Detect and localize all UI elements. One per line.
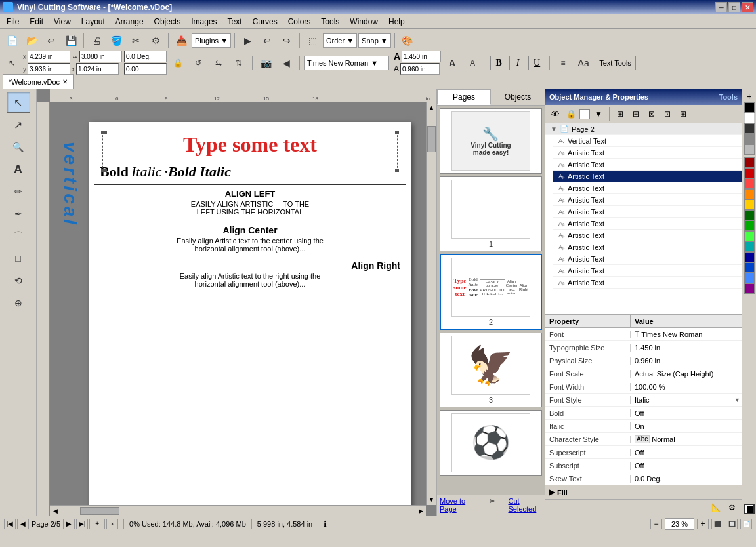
color-red[interactable]	[744, 168, 755, 178]
lock-button[interactable]: 🔒	[564, 108, 578, 121]
paint-bucket-button[interactable]: 🪣	[107, 32, 125, 49]
tree-item-artistic-7[interactable]: Aᵦ Artistic Text	[553, 218, 742, 230]
shape-tool-button[interactable]: □	[7, 248, 30, 269]
menu-item-help[interactable]: Help	[383, 16, 410, 28]
color-yellow[interactable]	[744, 199, 755, 210]
undo-button[interactable]: ↩	[258, 32, 276, 49]
save-button[interactable]: 💾	[62, 32, 80, 49]
tree-item-artistic-11[interactable]: Aᵦ Artistic Text	[553, 265, 742, 277]
menu-item-file[interactable]: File	[1, 16, 24, 28]
align-right-sub[interactable]: Easily align Artistic text to the right …	[89, 272, 411, 292]
cut-selected-button[interactable]: Cut Selected	[509, 497, 543, 513]
add-page-button[interactable]: +	[89, 519, 105, 529]
page-next-button[interactable]: ▶	[63, 519, 75, 529]
tree-item-artistic-5[interactable]: Aᵦ Artistic Text	[553, 194, 742, 206]
align-right-title[interactable]: Align Right	[89, 258, 411, 272]
move-to-page-button[interactable]: Move to Page	[440, 497, 476, 513]
scroll-track-v[interactable]	[427, 126, 436, 152]
grid-4-button[interactable]: ⊡	[660, 108, 675, 121]
print-button[interactable]: 🖨	[87, 32, 106, 49]
scroll-track-h[interactable]	[60, 506, 415, 516]
text-tools-button[interactable]: Text Tools	[595, 56, 636, 70]
text-tool-button[interactable]: A	[7, 159, 30, 180]
tree-item-artistic-4[interactable]: Aᵦ Artistic Text	[553, 182, 742, 194]
new-button[interactable]: 📄	[3, 32, 21, 49]
minimize-button[interactable]: ─	[715, 2, 727, 12]
select-all-button[interactable]: ⬚	[303, 32, 322, 49]
grid-1-button[interactable]: ⊞	[613, 108, 627, 121]
font-size1-input[interactable]	[402, 51, 441, 62]
prev-button[interactable]: ◀	[277, 54, 295, 71]
prop-row-superscript[interactable]: Superscript Off	[545, 446, 742, 459]
color-blue-light[interactable]	[744, 273, 755, 283]
page-thumbnail-1[interactable]: 1	[440, 176, 542, 251]
underline-button[interactable]: U	[528, 56, 545, 70]
lock-ratio-button[interactable]: 🔒	[169, 54, 187, 71]
color-blue[interactable]	[744, 262, 755, 273]
angle-input[interactable]	[124, 51, 167, 62]
italic-button[interactable]: I	[509, 56, 526, 70]
scroll-down-button[interactable]: ▼	[427, 495, 436, 505]
tree-item-vertical-text[interactable]: Aᵥ Vertical Text	[553, 135, 742, 147]
menu-item-images[interactable]: Images	[186, 16, 222, 28]
tree-page2[interactable]: ▼ 📄 Page 2	[545, 123, 742, 135]
scroll-thumb-v[interactable]	[427, 126, 436, 152]
cut-button[interactable]: ✂	[127, 32, 145, 49]
page-last-button[interactable]: ▶|	[76, 519, 88, 529]
play-button[interactable]: ▶	[238, 32, 257, 49]
page-first-button[interactable]: |◀	[4, 519, 16, 529]
pen-tool-button[interactable]: ✒	[7, 203, 30, 224]
spacing-button[interactable]: Aa	[574, 54, 593, 71]
menu-item-text[interactable]: Text	[222, 16, 247, 28]
prop-row-italic[interactable]: Italic On	[545, 420, 742, 433]
horizontal-scrollbar[interactable]: ◀ ▶	[50, 505, 426, 516]
zoom-out-button[interactable]: −	[650, 519, 662, 529]
select-tool-button[interactable]: ↖	[7, 92, 30, 113]
align-left-sub[interactable]: EASILY ALIGN ARTISTIC TO THELEFT USING T…	[89, 200, 411, 220]
scroll-left-button[interactable]: ◀	[50, 506, 60, 516]
plugins-dropdown[interactable]: Plugins ▼	[192, 33, 231, 48]
camera-button[interactable]: 📷	[257, 54, 275, 71]
bezier-tool-button[interactable]: ⌒	[7, 226, 30, 247]
flip-v-button[interactable]: ⇅	[230, 54, 248, 71]
snap-dropdown[interactable]: Snap ▼	[358, 33, 391, 48]
page-thumbnail-0[interactable]: 🔧 Vinyl Cuttingmade easy!	[440, 108, 542, 174]
document-tab[interactable]: *Welcome.vDoc ✕	[3, 74, 74, 89]
undo-history-button[interactable]: ↩	[42, 32, 60, 49]
grid-3-button[interactable]: ⊠	[644, 108, 659, 121]
color-green[interactable]	[744, 220, 755, 231]
color-button[interactable]: 🎨	[398, 32, 417, 49]
menu-item-objects[interactable]: Objects	[149, 16, 186, 28]
page-thumbnail-3[interactable]: 🦅 3	[440, 333, 542, 407]
prop-row-font-width[interactable]: Font Width 100.00 %	[545, 380, 742, 394]
fill-section[interactable]: ▶ Fill	[545, 485, 742, 499]
tab-objects[interactable]: Objects	[491, 89, 545, 105]
color-red-light[interactable]	[744, 178, 755, 189]
color-green-dark[interactable]	[744, 210, 755, 220]
vinyl-cut-button[interactable]: ⚙	[146, 32, 165, 49]
align-left-title[interactable]: ALIGN LEFT	[89, 185, 411, 200]
tool-arrow-sm[interactable]: ↖	[3, 54, 21, 71]
close-button[interactable]: ✕	[742, 2, 753, 12]
tree-item-artistic-9[interactable]: Aᵦ Artistic Text	[553, 241, 742, 253]
prop-row-font-scale[interactable]: Font Scale Actual Size (Cap Height)	[545, 367, 742, 380]
y-input[interactable]	[28, 63, 70, 75]
menu-item-view[interactable]: View	[49, 16, 76, 28]
vertical-text[interactable]: vertical	[60, 142, 81, 227]
bold-italic-line[interactable]: Bold Italic ·Bold Italic	[94, 159, 406, 185]
eye-button[interactable]: 👁	[548, 108, 562, 121]
prop-row-bold[interactable]: Bold Off	[545, 407, 742, 420]
bottom-btn-2[interactable]: ⚙	[724, 501, 739, 514]
color-purple[interactable]	[744, 283, 755, 294]
align-center-sub[interactable]: Easily align Artistic text to the center…	[89, 237, 411, 258]
zoom-100-button[interactable]: 🔲	[726, 519, 738, 529]
prop-row-font-style[interactable]: Font Style Italic ▼	[545, 394, 742, 407]
tree-item-artistic-12[interactable]: Aᵦ Artistic Text	[553, 277, 742, 289]
prop-value-font-style[interactable]: Italic ▼	[631, 396, 742, 404]
scroll-thumb-h[interactable]	[80, 507, 119, 515]
flip-h-button[interactable]: ⇆	[209, 54, 228, 71]
node-tool-button[interactable]: ↗	[7, 114, 30, 135]
font-size2-input[interactable]	[400, 63, 440, 75]
grid-2-button[interactable]: ⊟	[629, 108, 643, 121]
open-button[interactable]: 📂	[22, 32, 41, 49]
